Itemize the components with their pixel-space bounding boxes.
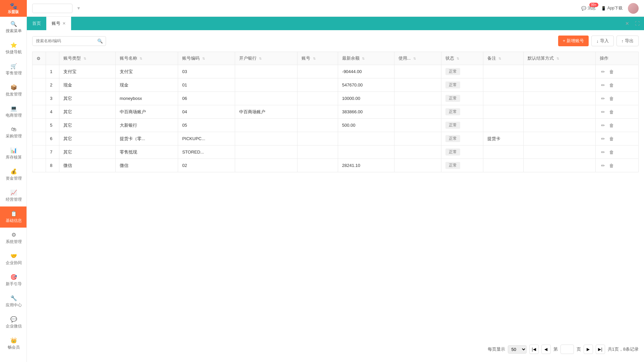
sidebar-item-quick-nav[interactable]: ⭐ 快捷导航 xyxy=(0,38,26,59)
topbar-dropdown-icon[interactable]: ▼ xyxy=(76,6,81,11)
sidebar: 🐾 乐盟版 🔍 搜索菜单 ⭐ 快捷导航 🛒 零售管理 📦 批发管理 💻 电商管理… xyxy=(0,0,27,362)
th-default-settle[interactable]: 默认结算方式 ⇅ xyxy=(524,52,596,65)
edit-button[interactable]: ✏ xyxy=(600,68,606,75)
th-name[interactable]: 账号名称 ⇅ xyxy=(115,52,178,65)
sidebar-item-finance-mgmt[interactable]: 💰 资金管理 xyxy=(0,164,26,185)
row-status: 正常 xyxy=(441,132,483,145)
row-name: 现金 xyxy=(115,78,178,92)
sidebar-item-app-center[interactable]: 🔧 应用中心 xyxy=(0,291,26,312)
sidebar-item-enterprise-wechat[interactable]: 💬 企业微信 xyxy=(0,312,26,333)
sidebar-item-basic-info[interactable]: 📋 基础信息 xyxy=(0,206,26,228)
last-page-button[interactable]: ▶| xyxy=(596,345,605,354)
row-name: 大新银行 xyxy=(115,119,178,132)
row-bank xyxy=(235,92,297,105)
edit-button[interactable]: ✏ xyxy=(600,135,606,142)
row-note xyxy=(483,78,524,92)
window-close-icon[interactable]: ✕ xyxy=(623,19,631,27)
row-default-settle xyxy=(524,119,596,132)
row-balance: 383866.00 xyxy=(338,105,394,119)
tab-account-close[interactable]: ✕ xyxy=(62,21,66,26)
sidebar-item-vip-member[interactable]: 👑 畅会员 xyxy=(0,333,26,354)
sidebar-item-inventory[interactable]: 📊 库存核算 xyxy=(0,143,26,164)
edit-button[interactable]: ✏ xyxy=(600,122,606,129)
row-usage xyxy=(394,159,441,172)
sidebar-item-search-menu[interactable]: 🔍 搜索菜单 xyxy=(0,17,26,38)
th-type[interactable]: 账号类型 ⇅ xyxy=(59,52,116,65)
tab-account[interactable]: 账号 ✕ xyxy=(46,17,71,30)
export-button[interactable]: ↑ 导出 xyxy=(616,36,639,46)
system-icon: ⚙ xyxy=(11,232,16,238)
sidebar-menu: 🔍 搜索菜单 ⭐ 快捷导航 🛒 零售管理 📦 批发管理 💻 电商管理 🛍 采购管… xyxy=(0,17,26,362)
row-actions: ✏ 🗑 xyxy=(596,105,639,119)
finance-icon: 💰 xyxy=(10,168,17,175)
th-note[interactable]: 备注 ⇅ xyxy=(483,52,524,65)
message-button[interactable]: 💬 消息 99+ xyxy=(581,5,596,11)
delete-button[interactable]: 🗑 xyxy=(608,149,615,156)
tab-home[interactable]: 首页 xyxy=(27,17,46,30)
delete-button[interactable]: 🗑 xyxy=(608,122,615,129)
th-code[interactable]: 账号编码 ⇅ xyxy=(178,52,235,65)
edit-button[interactable]: ✏ xyxy=(600,82,606,88)
row-balance xyxy=(338,145,394,159)
sidebar-item-system-mgmt[interactable]: ⚙ 系统管理 xyxy=(0,228,26,249)
delete-button[interactable]: 🗑 xyxy=(608,135,615,142)
edit-button[interactable]: ✏ xyxy=(600,149,606,156)
settings-icon[interactable]: ⚙ xyxy=(37,56,41,61)
row-balance xyxy=(338,132,394,145)
next-page-button[interactable]: ▶ xyxy=(584,345,593,354)
sidebar-item-operations-mgmt[interactable]: 📈 经营管理 xyxy=(0,185,26,206)
row-account xyxy=(298,119,338,132)
row-name: moneybosx xyxy=(115,92,178,105)
sidebar-item-retail-mgmt[interactable]: 🛒 零售管理 xyxy=(0,59,26,80)
row-name: 中百商场账户 xyxy=(115,105,178,119)
table-container: ⚙ 账号类型 ⇅ 账号名称 ⇅ 账号编码 ⇅ 开户银行 ⇅ 账号 ⇅ 最新余额 … xyxy=(32,52,639,339)
th-balance[interactable]: 最新余额 ⇅ xyxy=(338,52,394,65)
delete-button[interactable]: 🗑 xyxy=(608,95,615,102)
th-status[interactable]: 状态 ⇅ xyxy=(441,52,483,65)
sidebar-item-ecommerce-mgmt[interactable]: 💻 电商管理 xyxy=(0,101,26,122)
add-account-button[interactable]: + 新增账号 xyxy=(558,36,589,46)
quick-nav-icon: ⭐ xyxy=(10,42,17,48)
row-bank: 中百商场账户 xyxy=(235,105,297,119)
delete-button[interactable]: 🗑 xyxy=(608,82,615,88)
sidebar-item-purchase-mgmt[interactable]: 🛍 采购管理 xyxy=(0,122,26,143)
row-settings xyxy=(33,92,46,105)
export-icon: ↑ xyxy=(622,39,624,44)
table-row: 2 现金 现金 01 547670.00 正常 ✏ 🗑 xyxy=(33,78,639,92)
edit-button[interactable]: ✏ xyxy=(600,109,606,115)
first-page-button[interactable]: |◀ xyxy=(529,345,539,354)
table-row: 5 其它 大新银行 05 500.00 正常 ✏ 🗑 xyxy=(33,119,639,132)
import-button[interactable]: ↓ 导入 xyxy=(591,36,614,46)
row-no: 7 xyxy=(46,145,59,159)
edit-button[interactable]: ✏ xyxy=(600,95,606,102)
row-no: 8 xyxy=(46,159,59,172)
row-status: 正常 xyxy=(441,65,483,78)
search-input[interactable] xyxy=(33,37,95,45)
sidebar-item-wholesale-mgmt[interactable]: 📦 批发管理 xyxy=(0,80,26,101)
delete-button[interactable]: 🗑 xyxy=(608,109,615,115)
app-download-button[interactable]: 📱 App下载 xyxy=(601,5,623,11)
window-maximize-icon[interactable]: ⛶ xyxy=(633,19,641,27)
prev-page-button[interactable]: ◀ xyxy=(541,345,551,354)
delete-button[interactable]: 🗑 xyxy=(608,162,615,169)
row-account xyxy=(298,159,338,172)
status-badge: 正常 xyxy=(445,148,460,156)
th-bank[interactable]: 开户银行 ⇅ xyxy=(235,52,297,65)
window-controls: ✕ ⛶ xyxy=(623,19,644,27)
edit-button[interactable]: ✏ xyxy=(600,162,606,169)
search-button[interactable]: 🔍 xyxy=(95,37,106,46)
th-usage[interactable]: 使用... ⇅ xyxy=(394,52,441,65)
sidebar-item-enterprise-agree[interactable]: 🤝 企业协同 xyxy=(0,249,26,270)
th-account[interactable]: 账号 ⇅ xyxy=(298,52,338,65)
user-avatar[interactable] xyxy=(628,3,639,14)
row-actions: ✏ 🗑 xyxy=(596,145,639,159)
delete-button[interactable]: 🗑 xyxy=(608,68,615,75)
row-no: 1 xyxy=(46,65,59,78)
page-size-select[interactable]: 50 100 200 xyxy=(508,345,527,354)
row-status: 正常 xyxy=(441,105,483,119)
tab-account-label: 账号 xyxy=(52,20,60,26)
sidebar-item-new-guide[interactable]: 🎯 新手引导 xyxy=(0,270,26,291)
topbar-search-input[interactable] xyxy=(32,4,72,13)
page-input[interactable]: 1 xyxy=(560,345,574,354)
message-icon: 💬 xyxy=(581,6,586,11)
